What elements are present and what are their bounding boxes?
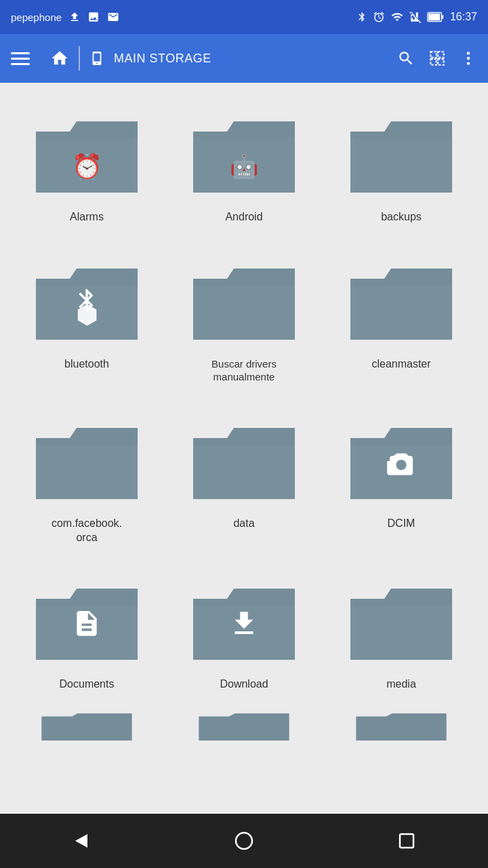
- download-symbol: [228, 608, 260, 639]
- folder-backups-label: backups: [381, 210, 422, 224]
- svg-rect-3: [430, 52, 436, 58]
- upload-icon: [68, 11, 81, 23]
- partial-folder-1: [11, 713, 163, 741]
- status-battery-icon: [427, 11, 445, 23]
- svg-marker-10: [75, 834, 87, 848]
- select-icon[interactable]: [428, 50, 446, 67]
- folder-media[interactable]: media: [325, 566, 477, 697]
- home-button[interactable]: [224, 821, 264, 861]
- folder-bluetooth-label: bluetooth: [64, 357, 109, 372]
- folder-bluetooth[interactable]: ⬢ bluetooth: [11, 246, 163, 389]
- back-button[interactable]: [61, 821, 102, 861]
- carrier-label: pepephone: [11, 12, 62, 23]
- status-bar: pepephone 16:37: [0, 0, 488, 34]
- gmail-icon: [106, 11, 120, 23]
- svg-rect-4: [438, 52, 444, 58]
- status-alarm-icon: [373, 11, 385, 23]
- folder-buscar-label: Buscar driversmanualmente: [211, 357, 277, 384]
- folder-dcim[interactable]: DCIM: [325, 406, 477, 551]
- folder-download-label: Download: [220, 677, 268, 692]
- partial-row: [0, 713, 488, 746]
- partial-folder-2: [168, 713, 320, 741]
- page-title: MAIN STORAGE: [114, 52, 211, 66]
- svg-point-7: [467, 52, 470, 54]
- partial-folder-3: [325, 713, 477, 741]
- folder-download[interactable]: Download: [168, 566, 320, 697]
- time-label: 16:37: [450, 11, 477, 23]
- folder-documents[interactable]: Documents: [11, 566, 163, 697]
- hamburger-button[interactable]: [11, 52, 30, 65]
- folder-data[interactable]: data: [168, 406, 320, 551]
- more-icon[interactable]: [460, 50, 477, 67]
- svg-rect-2: [441, 15, 443, 19]
- folder-buscar-drivers[interactable]: Buscar driversmanualmente: [168, 246, 320, 389]
- folder-backups[interactable]: backups: [325, 99, 477, 230]
- folder-dcim-label: DCIM: [388, 517, 415, 531]
- status-signal-icon: [409, 11, 422, 23]
- recent-button[interactable]: [386, 821, 427, 861]
- svg-rect-12: [400, 834, 413, 848]
- camera-symbol: [385, 450, 418, 475]
- folder-alarms-label: Alarms: [70, 210, 104, 224]
- search-icon[interactable]: [397, 50, 415, 67]
- home-icon[interactable]: [50, 49, 69, 68]
- svg-point-11: [236, 833, 252, 849]
- folder-android-label: Android: [225, 210, 262, 224]
- folder-cleanmaster-label: cleanmaster: [371, 357, 430, 372]
- svg-rect-6: [438, 59, 444, 65]
- folder-facebook-label: com.facebook.orca: [52, 517, 122, 545]
- folder-documents-label: Documents: [60, 677, 115, 692]
- breadcrumb: [50, 49, 69, 68]
- alarm-folder-icon: ⏰: [72, 153, 102, 181]
- svg-rect-5: [430, 59, 436, 65]
- status-bluetooth-icon: [357, 11, 367, 23]
- svg-rect-1: [428, 14, 440, 20]
- storage-icon: [89, 51, 104, 66]
- image-icon: [87, 11, 100, 23]
- folder-facebook[interactable]: com.facebook.orca: [11, 406, 163, 551]
- toolbar: MAIN STORAGE: [0, 34, 488, 83]
- folder-data-label: data: [233, 517, 254, 531]
- bluetooth-symbol: [73, 287, 100, 321]
- document-symbol: [72, 609, 102, 639]
- status-wifi-icon: [390, 11, 404, 23]
- folder-cleanmaster[interactable]: cleanmaster: [325, 246, 477, 389]
- bottom-nav: [0, 814, 488, 868]
- svg-point-8: [467, 57, 470, 60]
- folder-android[interactable]: 🤖 Android: [168, 99, 320, 230]
- folder-media-label: media: [386, 677, 416, 692]
- folder-alarms[interactable]: ⏰ Alarms: [11, 99, 163, 230]
- breadcrumb-divider: [79, 46, 80, 71]
- svg-point-9: [467, 62, 470, 64]
- file-grid: ⏰ Alarms 🤖 Android backups: [0, 83, 488, 713]
- android-folder-icon: 🤖: [230, 153, 258, 180]
